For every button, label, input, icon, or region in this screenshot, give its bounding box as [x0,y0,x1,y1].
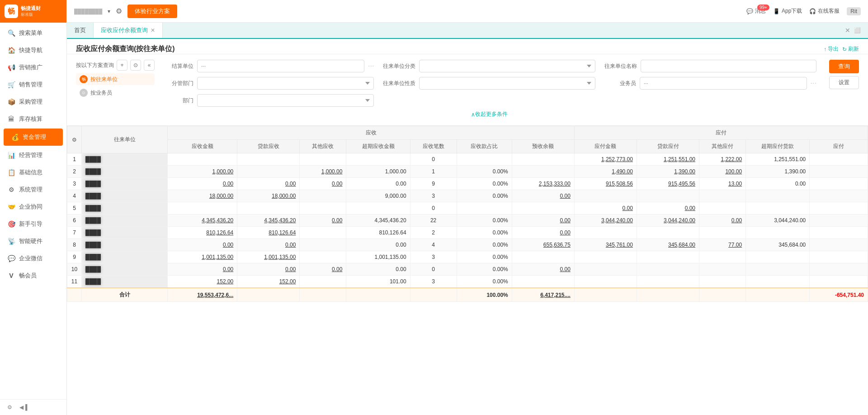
refresh-button[interactable]: ↻ 刷新 [842,45,859,53]
dept-select[interactable] [197,94,374,107]
cell-value[interactable]: 0.00 [512,215,574,227]
cell-value[interactable]: 1,390.00 [637,166,699,178]
cell-value[interactable]: 77.00 [699,239,746,251]
cell-value[interactable] [574,276,637,288]
tab-home[interactable]: 首页 [67,23,94,38]
cell-value[interactable]: 1,000.00 [300,166,346,178]
sidebar-item-enterprise[interactable]: 🤝 企业协同 [0,198,66,215]
cell-value[interactable]: 0.00 [300,215,346,227]
cell-value[interactable] [574,251,637,263]
sidebar-item-inventory[interactable]: 🏛 库存核算 [0,110,66,128]
cell-value[interactable]: 0.00 [168,239,237,251]
cell-value[interactable] [512,276,574,288]
cell-value[interactable]: 152.00 [237,276,300,288]
cell-value[interactable]: 3,044,240.00 [637,215,699,227]
tab-receivable[interactable]: 应收应付余额查询 ✕ [94,23,163,38]
table-settings-icon[interactable]: ⚙ [72,137,77,143]
cell-value[interactable]: 0.00 [237,178,300,190]
sidebar-item-marketing[interactable]: 📢 营销推广 [0,59,66,76]
branch-dept-select[interactable] [197,77,374,90]
scheme-item-staff[interactable]: ⊙ 按业务员 [76,87,155,99]
cell-value[interactable] [237,166,300,178]
footer-recv-total[interactable]: 19,553,472,6... [168,288,237,302]
cell-value[interactable] [300,190,346,202]
cell-value[interactable]: 655,636.75 [512,239,574,251]
app-download-button[interactable]: 📱 App下载 [773,7,802,15]
edit-scheme-button[interactable]: ⊙ [130,60,141,71]
sidebar-item-guide[interactable]: 🎯 新手引导 [0,215,66,233]
settlement-unit-input[interactable] [197,60,364,72]
window-expand-icon[interactable]: ⬜ [854,27,861,33]
cell-value[interactable]: 18,000.00 [237,190,300,202]
sidebar-item-operation[interactable]: 📊 经营管理 [0,147,66,164]
salesperson-input[interactable] [640,77,807,90]
cell-value[interactable] [574,227,637,239]
sidebar-item-vip[interactable]: V 畅会员 [0,267,66,284]
cell-value[interactable]: 1,490.00 [574,166,637,178]
sidebar-item-basic[interactable]: 📋 基础信息 [0,164,66,181]
cell-value[interactable]: 810,126.64 [168,227,237,239]
cell-value[interactable]: 4,345,436.20 [237,215,300,227]
cell-value[interactable]: 0.00 [300,263,346,276]
cell-value[interactable] [300,227,346,239]
cell-value[interactable] [300,276,346,288]
cell-value[interactable] [637,190,699,202]
online-service-button[interactable]: 🎧 在线客服 [809,7,840,15]
collapse-icon[interactable]: ◀▐ [19,404,28,410]
cell-value[interactable] [512,251,574,263]
cell-value[interactable] [574,190,637,202]
cell-value[interactable]: 2,153,333.00 [512,178,574,190]
cell-value[interactable] [637,251,699,263]
cell-value[interactable]: 0.00 [512,190,574,202]
cell-value[interactable] [637,263,699,276]
cell-value[interactable]: 0.00 [237,239,300,251]
cell-value[interactable] [637,276,699,288]
unit-category-select[interactable] [419,60,595,72]
cell-value[interactable]: 345,761.00 [574,239,637,251]
cell-value[interactable]: 1,252,773.00 [574,153,637,166]
sidebar-item-wechat[interactable]: 💬 企业微信 [0,250,66,267]
sidebar-item-system[interactable]: ⚙ 系统管理 [0,181,66,198]
cell-value[interactable]: 0.00 [574,202,637,215]
salesperson-dots[interactable]: ··· [811,79,816,87]
unit-name-input[interactable] [641,60,816,72]
window-close-icon[interactable]: ✕ [845,27,850,34]
message-button[interactable]: 💬 消息 99+ [746,7,766,15]
cell-value[interactable]: 18,000.00 [168,190,237,202]
cell-value[interactable]: 0.00 [637,202,699,215]
unit-nature-select[interactable] [419,77,595,90]
cell-value[interactable] [512,153,574,166]
cell-value[interactable] [574,263,637,276]
cell-value[interactable] [699,227,746,239]
cell-value[interactable]: 810,126.64 [237,227,300,239]
sidebar-item-hardware[interactable]: 📡 智能硬件 [0,233,66,250]
cell-value[interactable]: 1,001,135.00 [168,251,237,263]
cell-value[interactable]: 0.00 [512,227,574,239]
cell-value[interactable] [699,276,746,288]
cell-value[interactable]: 0.00 [168,263,237,276]
tab-close-icon[interactable]: ✕ [151,27,155,33]
cell-value[interactable]: 1,001,135.00 [237,251,300,263]
cell-value[interactable] [637,227,699,239]
sidebar-item-quicknav[interactable]: 🏠 快捷导航 [0,42,66,59]
settlement-unit-dots[interactable]: ··· [368,62,374,70]
cell-value[interactable]: 100.00 [699,166,746,178]
settings-footer-icon[interactable]: ⚙ [7,404,12,410]
settings-icon[interactable]: ⚙ [116,7,122,15]
cell-value[interactable]: 1,000.00 [168,166,237,178]
add-scheme-button[interactable]: + [117,60,127,71]
cell-value[interactable] [237,153,300,166]
cell-value[interactable] [300,251,346,263]
cell-value[interactable]: 0.00 [300,178,346,190]
cell-value[interactable]: 4,345,436.20 [168,215,237,227]
cell-value[interactable]: 345,684.00 [637,239,699,251]
cell-value[interactable]: 915,495.56 [637,178,699,190]
solution-button[interactable]: 体验行业方案 [127,5,177,18]
dropdown-arrow-icon[interactable]: ▾ [108,8,110,14]
cell-value[interactable] [300,239,346,251]
cell-value[interactable]: 0.00 [512,263,574,276]
cell-value[interactable]: 1,222.00 [699,153,746,166]
cell-value[interactable] [699,251,746,263]
cell-value[interactable] [512,166,574,178]
collapse-scheme-button[interactable]: « [144,60,155,71]
